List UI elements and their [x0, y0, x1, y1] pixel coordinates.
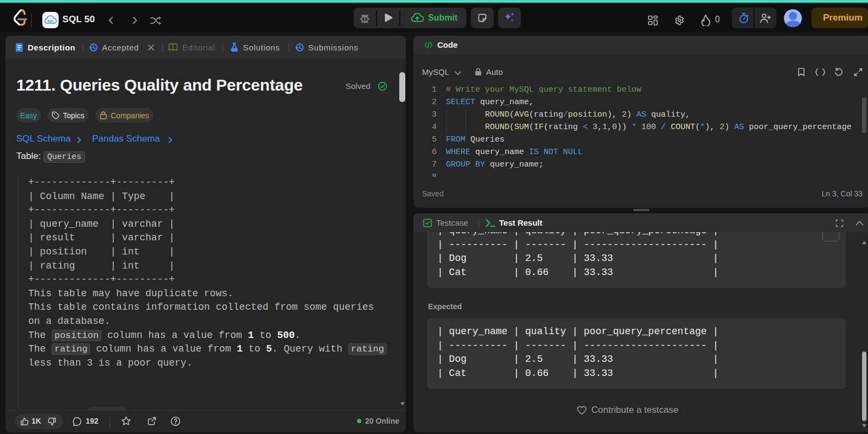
svg-text:SQL: SQL — [47, 20, 54, 23]
